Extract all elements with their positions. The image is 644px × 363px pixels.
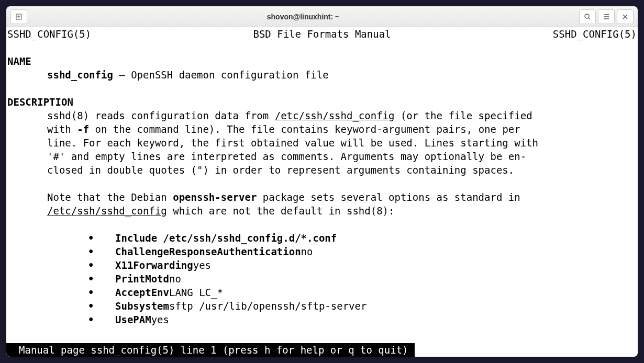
- menu-button[interactable]: [598, 9, 615, 24]
- description-line-5: closed in double quotes (") in order to …: [6, 163, 638, 177]
- name-dash: —: [113, 69, 131, 81]
- terminal-content[interactable]: SSHD_CONFIG(5) BSD File Formats Manual S…: [6, 27, 638, 357]
- window-title: shovon@linuxhint: ~: [28, 13, 578, 21]
- svg-point-3: [585, 14, 589, 18]
- option-value: no: [169, 272, 181, 286]
- search-button[interactable]: [579, 9, 596, 24]
- list-item: •ChallengeResponseAuthentication no: [6, 245, 638, 258]
- option-value: no: [301, 245, 313, 258]
- man-header: SSHD_CONFIG(5) BSD File Formats Manual S…: [6, 27, 638, 41]
- option-name: Subsystem: [115, 299, 169, 313]
- note-line-2: /etc/ssh/sshd_config which are not the d…: [6, 204, 638, 218]
- bullet-mark: •: [88, 272, 115, 286]
- bullet-mark: •: [88, 258, 115, 272]
- svg-line-4: [589, 18, 590, 19]
- description-line-2: with -f on the command line). The file c…: [6, 122, 638, 136]
- hamburger-icon: [603, 13, 610, 20]
- option-name: X11Forwarding: [115, 258, 193, 272]
- config-path-2: /etc/ssh/sshd_config: [47, 205, 167, 217]
- option-name: UsePAM: [115, 313, 151, 326]
- option-name: ChallengeResponseAuthentication: [115, 245, 301, 258]
- description-line-4: '#' and empty lines are interpreted as c…: [6, 150, 638, 163]
- option-value: sftp /usr/lib/openssh/sftp-server: [169, 299, 367, 313]
- bullet-mark: •: [88, 313, 115, 326]
- list-item: •X11Forwarding yes: [6, 258, 638, 272]
- bullet-mark: •: [88, 299, 115, 313]
- list-item: •AcceptEnv LANG LC_*: [6, 286, 638, 299]
- option-name: Include /etc/ssh/sshd_config.d/*.conf: [115, 231, 337, 245]
- name-line: sshd_config — OpenSSH daemon configurati…: [6, 68, 638, 82]
- option-value: LANG LC_*: [169, 286, 223, 299]
- close-icon: [621, 13, 629, 20]
- option-name: AcceptEnv: [115, 286, 169, 299]
- package-name: openssh-server: [173, 191, 257, 203]
- man-status-bar: Manual page sshd_config(5) line 1 (press…: [6, 343, 415, 357]
- man-header-left: SSHD_CONFIG(5): [7, 27, 91, 41]
- bullet-mark: •: [88, 245, 115, 258]
- new-tab-icon: [15, 13, 23, 20]
- list-item: •Include /etc/ssh/sshd_config.d/*.conf: [6, 231, 638, 245]
- bullet-mark: •: [88, 286, 115, 299]
- name-command: sshd_config: [47, 69, 113, 81]
- new-tab-button[interactable]: [10, 9, 27, 24]
- description-line-1: sshd(8) reads configuration data from /e…: [6, 109, 638, 122]
- section-name-heading: NAME: [6, 54, 638, 68]
- close-button[interactable]: [617, 9, 634, 24]
- option-name: PrintMotd: [115, 272, 169, 286]
- config-path: /etc/ssh/sshd_config: [275, 110, 395, 121]
- name-description: OpenSSH daemon configuration file: [131, 69, 329, 81]
- man-header-right: SSHD_CONFIG(5): [553, 27, 637, 41]
- note-line-1: Note that the Debian openssh-server pack…: [6, 190, 638, 204]
- search-icon: [584, 13, 591, 20]
- description-line-3: line. For each keyword, the first obtain…: [6, 136, 638, 150]
- list-item: •UsePAM yes: [6, 313, 638, 326]
- option-value: yes: [193, 258, 211, 272]
- option-value: yes: [151, 313, 169, 326]
- man-header-center: BSD File Formats Manual: [253, 27, 391, 41]
- section-description-heading: DESCRIPTION: [6, 95, 638, 109]
- titlebar: shovon@linuxhint: ~: [6, 6, 638, 27]
- terminal-window: shovon@linuxhint: ~: [6, 6, 638, 357]
- list-item: •Subsystem sftp /usr/lib/openssh/sftp-se…: [6, 299, 638, 313]
- bullet-list: •Include /etc/ssh/sshd_config.d/*.conf•C…: [6, 231, 638, 326]
- bullet-mark: •: [88, 231, 115, 245]
- list-item: •PrintMotd no: [6, 272, 638, 286]
- flag-f: -f: [77, 123, 89, 135]
